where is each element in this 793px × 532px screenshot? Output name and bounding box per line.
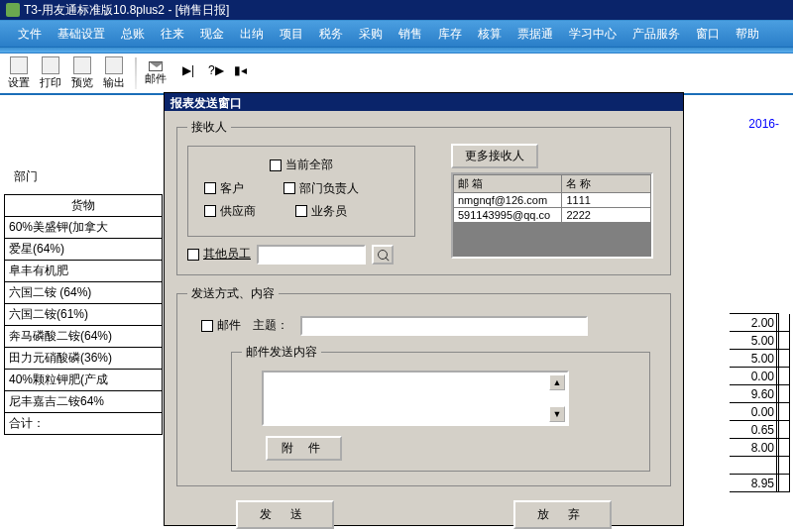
checkbox-icon bbox=[187, 249, 199, 261]
value-cell[interactable] bbox=[730, 457, 778, 475]
chk-current-all[interactable]: 当前全部 bbox=[270, 157, 333, 173]
date-partial: 2016- bbox=[748, 117, 779, 131]
send-button[interactable]: 发 送 bbox=[236, 500, 334, 529]
goods-row[interactable]: 60%美盛钾(加拿大 bbox=[5, 217, 163, 239]
toolbar-separator bbox=[135, 57, 137, 89]
value-cell[interactable]: 8.95 bbox=[730, 475, 778, 492]
mail-content-textarea[interactable]: ▲ ▼ bbox=[262, 371, 569, 426]
export-icon bbox=[105, 56, 123, 74]
tool-mail[interactable]: 邮件 bbox=[141, 59, 170, 88]
goods-row[interactable]: 40%颗粒钾肥(产成 bbox=[5, 370, 163, 391]
toolbar: 设置 打印 预览 输出 邮件 ▶| ?▶ ▮◂ bbox=[0, 53, 793, 95]
small-tool-2[interactable]: ?▶ bbox=[208, 63, 228, 83]
menu-costing[interactable]: 核算 bbox=[470, 22, 510, 47]
send-legend: 发送方式、内容 bbox=[187, 285, 279, 302]
recipients-table[interactable]: 邮 箱 名 称 nmgnqf@126.com 1111 591143995@qq… bbox=[451, 172, 653, 259]
menu-window[interactable]: 窗口 bbox=[688, 22, 728, 47]
chk-dept-head[interactable]: 部门负责人 bbox=[283, 180, 359, 197]
value-cell[interactable]: 0.00 bbox=[730, 403, 778, 421]
menu-cashier[interactable]: 出纳 bbox=[232, 22, 272, 47]
menu-cash[interactable]: 现金 bbox=[192, 22, 232, 47]
recip-col-name[interactable]: 名 称 bbox=[562, 175, 651, 193]
print-icon bbox=[42, 56, 59, 74]
small-tool-3[interactable]: ▮◂ bbox=[234, 63, 254, 83]
recip-email: nmgnqf@126.com bbox=[454, 193, 562, 208]
checkbox-icon bbox=[204, 205, 216, 217]
menu-learning[interactable]: 学习中心 bbox=[561, 22, 624, 47]
recip-name: 2222 bbox=[562, 208, 651, 223]
goods-row[interactable]: 奔马磷酸二铵(64%) bbox=[5, 326, 163, 348]
value-cell[interactable]: 5.00 bbox=[730, 350, 778, 368]
scroll-down-button[interactable]: ▼ bbox=[549, 406, 565, 422]
arrow-down-icon: ▼ bbox=[553, 409, 562, 419]
goods-row[interactable]: 阜丰有机肥 bbox=[5, 261, 163, 282]
search-button[interactable] bbox=[372, 245, 394, 265]
value-cell[interactable]: 9.60 bbox=[730, 385, 778, 403]
menu-ar-ap[interactable]: 往来 bbox=[153, 22, 192, 47]
chk-supplier[interactable]: 供应商 bbox=[204, 203, 256, 220]
chk-operator[interactable]: 业务员 bbox=[295, 203, 347, 220]
mail-content-fieldset: 邮件发送内容 ▲ ▼ 附 件 bbox=[231, 344, 650, 472]
value-cell[interactable]: 0.65 bbox=[730, 421, 778, 439]
checkbox-icon bbox=[201, 320, 213, 332]
recip-row[interactable]: nmgnqf@126.com 1111 bbox=[454, 193, 651, 208]
goods-header: 货物 bbox=[5, 195, 163, 217]
checkbox-icon bbox=[270, 160, 282, 171]
send-method-fieldset: 发送方式、内容 邮件 主题： 邮件发送内容 ▲ ▼ 附 件 bbox=[176, 285, 671, 486]
menu-bar: 文件 基础设置 总账 往来 现金 出纳 项目 税务 采购 销售 库存 核算 票据… bbox=[0, 20, 793, 48]
value-cell[interactable]: 2.00 bbox=[730, 314, 778, 332]
attachment-button[interactable]: 附 件 bbox=[266, 436, 342, 461]
tool-preview[interactable]: 预览 bbox=[67, 54, 97, 92]
goods-row[interactable]: 六国二铵(61%) bbox=[5, 304, 163, 326]
window-title-bar: T3-用友通标准版10.8plus2 - [销售日报] bbox=[0, 0, 793, 20]
menu-file[interactable]: 文件 bbox=[10, 22, 50, 47]
arrow-up-icon: ▲ bbox=[553, 377, 562, 387]
menu-product-service[interactable]: 产品服务 bbox=[624, 22, 688, 47]
tool-settings[interactable]: 设置 bbox=[4, 54, 34, 92]
menu-inventory[interactable]: 库存 bbox=[430, 22, 470, 47]
menu-help[interactable]: 帮助 bbox=[728, 22, 767, 47]
more-recipients-button[interactable]: 更多接收人 bbox=[451, 144, 538, 168]
goods-row[interactable]: 尼丰嘉吉二铵64% bbox=[5, 391, 163, 413]
chk-customer[interactable]: 客户 bbox=[204, 180, 244, 197]
tool-print[interactable]: 打印 bbox=[36, 54, 65, 92]
dialog-title: 报表发送窗口 bbox=[165, 93, 683, 111]
cancel-button[interactable]: 放 弃 bbox=[513, 500, 612, 529]
value-cell[interactable]: 8.00 bbox=[730, 439, 778, 457]
content-legend: 邮件发送内容 bbox=[242, 344, 321, 361]
goods-table: 货物 60%美盛钾(加拿大 爱星(64%) 阜丰有机肥 六国二铵 (64%) 六… bbox=[4, 194, 163, 435]
subject-input[interactable] bbox=[300, 316, 588, 336]
menu-sales[interactable]: 销售 bbox=[391, 22, 430, 47]
menu-purchase[interactable]: 采购 bbox=[351, 22, 391, 47]
chk-mail[interactable]: 邮件 bbox=[201, 317, 241, 334]
goods-row[interactable]: 田力元硝酸磷(36%) bbox=[5, 348, 163, 370]
dept-label: 部门 bbox=[14, 168, 38, 185]
menu-basic-settings[interactable]: 基础设置 bbox=[50, 22, 113, 47]
tool-export[interactable]: 输出 bbox=[99, 54, 129, 92]
recip-row[interactable]: 591143995@qq.co 2222 bbox=[454, 208, 651, 223]
settings-icon bbox=[10, 56, 28, 74]
recip-col-email[interactable]: 邮 箱 bbox=[454, 175, 562, 193]
recipients-legend: 接收人 bbox=[187, 119, 231, 136]
other-employee-input[interactable] bbox=[257, 245, 366, 265]
menu-tax[interactable]: 税务 bbox=[311, 22, 351, 47]
value-cell[interactable]: 5.00 bbox=[730, 332, 778, 350]
goods-row[interactable]: 六国二铵 (64%) bbox=[5, 282, 163, 304]
window-title: T3-用友通标准版10.8plus2 - [销售日报] bbox=[24, 2, 229, 19]
recip-email: 591143995@qq.co bbox=[454, 208, 562, 223]
checkbox-icon bbox=[204, 182, 216, 194]
goods-row[interactable]: 爱星(64%) bbox=[5, 239, 163, 261]
small-tool-1[interactable]: ▶| bbox=[182, 63, 202, 83]
preview-icon bbox=[73, 56, 91, 74]
value-cell[interactable]: 0.00 bbox=[730, 368, 778, 385]
app-icon bbox=[6, 3, 20, 17]
chk-other-employee[interactable]: 其他员工 bbox=[187, 246, 251, 263]
recip-name: 1111 bbox=[562, 193, 651, 208]
checkbox-icon bbox=[283, 182, 295, 194]
menu-project[interactable]: 项目 bbox=[272, 22, 311, 47]
recipients-fieldset: 接收人 当前全部 客户 部门负责人 供应商 业务员 更多接收人 bbox=[176, 119, 671, 275]
menu-gl[interactable]: 总账 bbox=[113, 22, 153, 47]
menu-notes[interactable]: 票据通 bbox=[510, 22, 561, 47]
goods-total-row[interactable]: 合计： bbox=[5, 413, 163, 435]
scroll-up-button[interactable]: ▲ bbox=[549, 374, 565, 390]
